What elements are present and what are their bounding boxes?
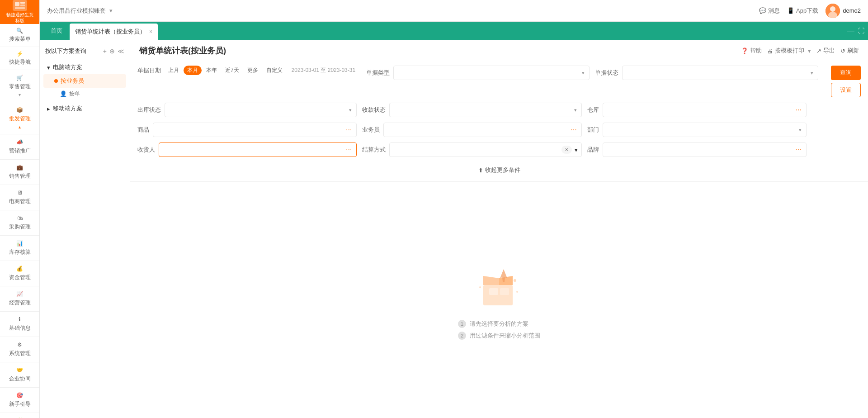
export-button[interactable]: ↗ 导出 (816, 47, 835, 55)
sidebar-item-appcenter[interactable]: 🧩 应用中心 (0, 413, 40, 418)
recipient-input[interactable]: ··· (159, 142, 357, 157)
outbound-select[interactable]: ▾ (165, 103, 357, 117)
salesperson-label: 业务员 (362, 126, 380, 134)
quicknav-icon: ⚡ (16, 51, 23, 57)
sidebar-item-ecommerce[interactable]: 🖥 电商管理 (0, 185, 40, 210)
content-area: 按以下方案查询 + ⊕ ≪ ▾ 电脑端方案 按业务员 (40, 40, 868, 418)
date-tab-thisyear[interactable]: 本年 (203, 66, 221, 75)
baseinfo-icon: ℹ (19, 316, 21, 323)
person-icon: 👤 (60, 90, 67, 97)
warehouse-select[interactable]: ··· (603, 103, 807, 117)
payment-select[interactable]: ▾ (389, 103, 581, 117)
user-avatar[interactable]: demo2 (826, 4, 861, 18)
payment-dropdown-icon: ▾ (574, 107, 577, 113)
sidebar-item-inventory[interactable]: 📊 库存核算 (0, 236, 40, 261)
date-tab-thismonth[interactable]: 本月 (184, 66, 202, 75)
collapse-button[interactable]: ⬆ 收起更多条件 (475, 162, 524, 178)
sidebar-item-marketing[interactable]: 📣 营销推广 (0, 134, 40, 160)
tab-home[interactable]: 首页 (43, 22, 70, 40)
settings-button[interactable]: 设置 (831, 83, 861, 97)
topbar-right: 💬 消息 📱 App下载 demo2 (759, 4, 861, 18)
right-panel: 销货单统计表(按业务员) ❓ 帮助 🖨 按模板打印 ▾ ↗ 导出 (130, 40, 868, 418)
settlement-select[interactable]: × ▾ (389, 142, 581, 157)
sidebar-item-baseinfo[interactable]: ℹ 基础信息 (0, 312, 40, 337)
help-icon: ❓ (741, 48, 748, 54)
window-minimize-button[interactable]: — (847, 27, 854, 35)
help-button[interactable]: ❓ 帮助 (741, 47, 762, 55)
doc-status-dropdown-icon: ▾ (811, 70, 813, 76)
settlement-close-icon[interactable]: × (565, 147, 568, 153)
svg-rect-3 (15, 7, 25, 9)
finance-icon: 💰 (16, 266, 23, 272)
scheme-item-order[interactable]: 👤 按单 (43, 88, 126, 100)
sidebar-item-collab[interactable]: 🤝 企业协同 (0, 362, 40, 388)
tab-active[interactable]: 销货单统计表（按业务员） × (70, 24, 158, 40)
add-scheme-button[interactable]: + (103, 48, 107, 55)
step-number-2: 2 (458, 332, 466, 340)
empty-state: 1 请先选择要分析的方案 2 用过滤条件来缩小分析范围 (130, 182, 868, 418)
marketing-icon: 📣 (16, 139, 23, 145)
app-logo[interactable]: 畅捷通好生意 标版 (0, 0, 40, 24)
sidebar-item-sales[interactable]: 💼 销售管理 (0, 160, 40, 185)
desktop-group-title[interactable]: ▾ 电脑端方案 (43, 61, 126, 74)
doc-type-select[interactable]: ▾ (393, 66, 590, 80)
goods-dots-icon: ··· (346, 126, 352, 134)
date-tab-lastmonth[interactable]: 上月 (165, 66, 183, 75)
mobile-group-title[interactable]: ▸ 移动端方案 (43, 102, 126, 115)
doc-status-select[interactable]: ▾ (622, 66, 818, 80)
query-button[interactable]: 查询 (831, 66, 861, 80)
sidebar-item-system[interactable]: ⚙ 系统管理 (0, 337, 40, 362)
app-name: 畅捷通好生意 (6, 12, 33, 18)
sidebar-item-quicknav[interactable]: ⚡ 快捷导航 (0, 47, 39, 70)
filter-section: 单据日期 上月 本月 本年 近7天 更多 自定义 2023-03-01 至 20… (130, 60, 868, 181)
wholesale-icon: 📦 (16, 107, 23, 113)
date-tab-more[interactable]: 更多 (244, 66, 262, 75)
edit-scheme-button[interactable]: ⊕ (109, 48, 115, 55)
empty-svg (472, 260, 526, 314)
tabbar: 首页 销货单统计表（按业务员） × — ⛶ (40, 22, 868, 40)
topbar: 办公用品行业模拟账套 ▾ 💬 消息 📱 App下载 de (40, 0, 868, 22)
search-icon: 🔍 (16, 28, 23, 34)
svg-rect-8 (489, 288, 498, 295)
svg-rect-7 (483, 285, 513, 305)
scheme-item-salesperson[interactable]: 按业务员 (43, 74, 126, 88)
recipient-label: 收货人 (137, 146, 155, 154)
sidebar-item-wholesale[interactable]: 📦 批发管理 ▴ (0, 102, 40, 134)
chevron-right-icon: ▸ (47, 105, 50, 112)
goods-select[interactable]: ··· (153, 123, 357, 137)
salesperson-select[interactable]: ··· (383, 123, 581, 137)
breadcrumb-dropdown-icon[interactable]: ▾ (109, 7, 113, 14)
brand-label: 品牌 (587, 146, 599, 154)
sidebar-item-operations[interactable]: 📈 经营管理 (0, 286, 40, 312)
message-button[interactable]: 💬 消息 (759, 7, 780, 15)
print-button[interactable]: 🖨 按模板打印 ▾ (767, 47, 811, 55)
brand-select[interactable]: ··· (603, 142, 807, 157)
salesperson-dots-icon: ··· (571, 126, 576, 134)
window-maximize-button[interactable]: ⛶ (858, 27, 864, 34)
doc-status-label: 单据状态 (595, 69, 618, 77)
department-select[interactable]: ▾ (603, 123, 807, 137)
sidebar-item-guide[interactable]: 🎯 新手引导 (0, 388, 40, 413)
refresh-button[interactable]: ↺ 刷新 (840, 47, 859, 55)
collapse-panel-button[interactable]: ≪ (118, 48, 124, 55)
sidebar-item-purchase[interactable]: 🛍 采购管理 (0, 210, 40, 236)
print-dropdown-icon[interactable]: ▾ (808, 48, 811, 54)
svg-point-5 (830, 6, 835, 12)
page-header: 销货单统计表(按业务员) ❓ 帮助 🖨 按模板打印 ▾ ↗ 导出 (130, 40, 868, 60)
tab-close-button[interactable]: × (149, 28, 152, 35)
svg-point-12 (516, 291, 518, 293)
sidebar-item-retail[interactable]: 🛒 零售管理 ▾ (0, 70, 40, 102)
left-panel: 按以下方案查询 + ⊕ ≪ ▾ 电脑端方案 按业务员 (40, 40, 130, 418)
recipient-dots-icon: ··· (346, 146, 352, 154)
sidebar-item-finance[interactable]: 💰 资金管理 (0, 261, 40, 286)
ecommerce-icon: 🖥 (17, 190, 23, 196)
system-icon: ⚙ (17, 342, 22, 348)
doc-type-label: 单据类型 (366, 69, 390, 77)
date-tab-custom[interactable]: 自定义 (263, 66, 286, 75)
sidebar-item-search[interactable]: 🔍 搜索菜单 (0, 24, 39, 47)
date-tab-7days[interactable]: 近7天 (222, 66, 243, 75)
app-download-button[interactable]: 📱 App下载 (787, 7, 818, 15)
empty-step-1: 1 请先选择要分析的方案 (458, 320, 540, 328)
left-panel-header: 按以下方案查询 + ⊕ ≪ (40, 45, 130, 57)
empty-step-2: 2 用过滤条件来缩小分析范围 (458, 332, 540, 340)
